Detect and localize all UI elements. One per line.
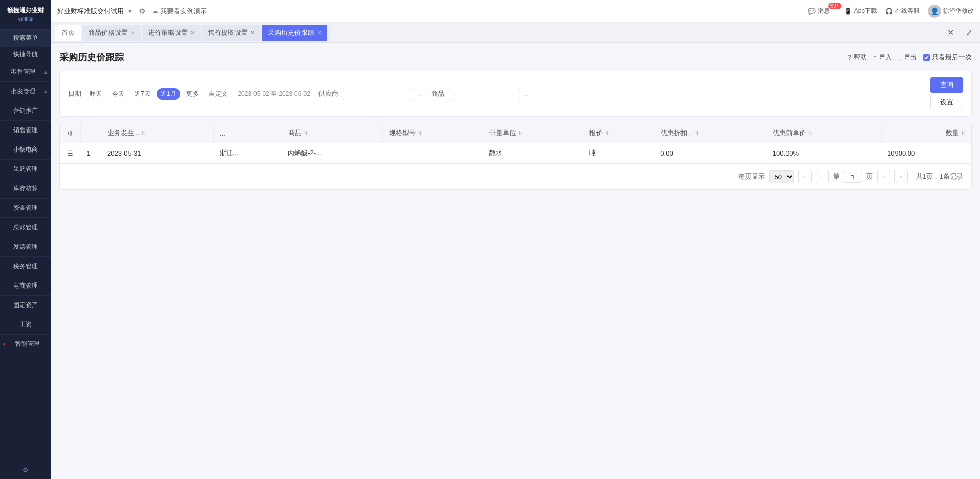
sidebar-item-sales[interactable]: 销售管理 <box>0 121 51 140</box>
th-price[interactable]: 报价 ⇅ <box>583 123 654 143</box>
close-icon[interactable]: × <box>191 29 195 36</box>
goods-input-group: ... <box>449 88 529 100</box>
last-only-label: 只看最后一次 <box>932 53 972 62</box>
th-discount[interactable]: 优惠折扣... ⇅ <box>654 123 766 143</box>
tab-history-price[interactable]: 采购历史价跟踪 × <box>262 25 327 41</box>
help-btn[interactable]: ? 帮助 <box>847 53 867 62</box>
th-more-label: ... <box>220 129 225 137</box>
sidebar-item-retail[interactable]: 零售管理 ▲ <box>0 62 51 82</box>
th-spec[interactable]: 规格型号 ⇅ <box>383 123 483 143</box>
sidebar-item-purchase[interactable]: 采购管理 <box>0 160 51 179</box>
last-page-btn[interactable]: » <box>894 170 908 183</box>
tab-home[interactable]: 首页 <box>55 25 81 41</box>
tab-purchase-strategy[interactable]: 进价策略设置 × <box>142 25 201 41</box>
export-btn[interactable]: ↓ 导出 <box>898 53 917 62</box>
topbar-demo-text: 我要看实例演示 <box>160 7 207 16</box>
prev-page-btn[interactable]: ‹ <box>816 170 829 183</box>
topbar-gear-icon[interactable]: ⚙ <box>139 7 145 16</box>
online-service-btn[interactable]: 🎧 在线客服 <box>885 7 920 15</box>
sidebar-item-tax[interactable]: 税务管理 <box>0 257 51 276</box>
goods-input[interactable] <box>449 88 520 100</box>
sidebar-item-salary[interactable]: 工资 <box>0 315 51 335</box>
table-container: ⚙ 业务发生... ⇅ ... <box>59 123 972 190</box>
last-only-checkbox-label[interactable]: 只看最后一次 <box>923 53 972 62</box>
close-icon[interactable]: × <box>317 29 321 36</box>
avatar: 👤 <box>928 5 941 18</box>
th-goods[interactable]: 商品 ⇅ <box>282 123 382 143</box>
sidebar-item-assets[interactable]: 固定资产 <box>0 296 51 315</box>
sidebar-item-inventory[interactable]: 库存核算 <box>0 179 51 199</box>
tab-purchase-strategy-label: 进价策略设置 <box>148 28 188 37</box>
sidebar-item-ecommerce-small[interactable]: 小畅电商 <box>0 140 51 160</box>
th-date[interactable]: 业务发生... ⇅ <box>101 123 214 143</box>
tab-price-label: 商品价格设置 <box>88 28 128 37</box>
th-unit-label: 计量单位 <box>489 128 516 138</box>
td-spec <box>383 143 483 163</box>
date-today-btn[interactable]: 今天 <box>108 88 129 100</box>
td-index: 1 <box>80 143 101 163</box>
first-page-btn[interactable]: « <box>798 170 812 183</box>
page-label: 页 <box>866 172 873 181</box>
close-window-btn[interactable]: ✕ <box>943 26 957 40</box>
td-discount: 100.00% <box>766 143 881 163</box>
td-settings[interactable]: ☰ <box>60 143 80 163</box>
page-title: 采购历史价跟踪 <box>59 51 124 63</box>
sidebar-item-marketing[interactable]: 营销推广 <box>0 101 51 121</box>
tab-price[interactable]: 商品价格设置 × <box>82 25 141 41</box>
sort-icon: ⇅ <box>695 130 699 136</box>
date-last7-btn[interactable]: 近7天 <box>131 88 155 100</box>
sidebar-logo: 畅捷通好业财 标准版 <box>0 0 51 30</box>
expand-icon[interactable]: ⤢ <box>962 26 976 40</box>
user-profile-btn[interactable]: 👤 徐泽华修改 <box>928 5 974 18</box>
sidebar-item-finance[interactable]: 资金管理 <box>0 199 51 218</box>
topbar-version-text: 好业财标准版交付试用 <box>57 7 124 16</box>
export-label: 导出 <box>904 53 917 62</box>
page-size-label: 每页显示 <box>738 172 765 181</box>
sidebar-item-smart[interactable]: 智能管理 <box>0 335 51 354</box>
th-unit[interactable]: 计量单位 ⇅ <box>483 123 583 143</box>
supplier-input[interactable] <box>343 88 414 100</box>
th-gear[interactable]: ⚙ <box>60 123 80 143</box>
th-more[interactable]: ... <box>214 123 282 143</box>
th-quantity-label: 数量 <box>946 128 959 138</box>
date-custom-btn[interactable]: 自定义 <box>205 88 231 100</box>
sort-icon: ⇅ <box>418 130 422 136</box>
date-more-btn[interactable]: 更多 <box>182 88 203 100</box>
messages-btn[interactable]: 💬 消息 99+ <box>808 7 836 15</box>
sidebar-item-ecommerce[interactable]: 电商管理 <box>0 276 51 296</box>
next-page-btn[interactable]: › <box>877 170 890 183</box>
import-btn[interactable]: ↑ 导入 <box>873 53 892 62</box>
th-goods-label: 商品 <box>288 128 302 138</box>
sidebar-item-ledger[interactable]: 总账管理 <box>0 218 51 237</box>
settings-btn[interactable]: 设置 <box>930 95 963 110</box>
query-btn[interactable]: 查询 <box>930 77 963 93</box>
td-prediscount-price: 10900.00 <box>881 143 971 163</box>
topbar-version-selector[interactable]: 好业财标准版交付试用 ▼ <box>57 7 133 16</box>
sidebar-search[interactable]: 搜索菜单 <box>0 30 51 47</box>
date-last1m-btn[interactable]: 近1月 <box>157 88 181 100</box>
page-size-select[interactable]: 50 <box>769 170 794 183</box>
tab-sale-price[interactable]: 售价提取设置 × <box>202 25 261 41</box>
goods-ellipsis-btn[interactable]: ... <box>523 90 529 98</box>
service-icon: 🎧 <box>885 8 893 15</box>
page-input[interactable] <box>844 171 862 183</box>
sidebar-item-invoice[interactable]: 发票管理 <box>0 237 51 257</box>
app-download-btn[interactable]: 📱 App下载 <box>844 7 877 15</box>
sidebar-quicknav[interactable]: 快捷导航 <box>0 47 51 62</box>
app-label: App下载 <box>854 7 877 15</box>
th-prediscount-price[interactable]: 优惠前单价 ⇅ <box>766 123 881 143</box>
page-header: 采购历史价跟踪 ? 帮助 ↑ 导入 ↓ 导出 只看最后一次 <box>59 51 972 63</box>
date-yesterday-btn[interactable]: 昨天 <box>86 88 106 100</box>
sidebar-item-wholesale[interactable]: 批发管理 ▲ <box>0 82 51 101</box>
sort-icon: ⇅ <box>518 130 522 136</box>
sidebar-settings-btn[interactable]: ⚙ <box>0 461 51 479</box>
last-only-checkbox[interactable] <box>923 54 930 61</box>
th-discount-label: 优惠折扣... <box>661 128 693 138</box>
supplier-ellipsis-btn[interactable]: ... <box>417 90 423 98</box>
sort-icon: ⇅ <box>141 130 145 136</box>
td-unit: 散水 <box>483 143 583 163</box>
th-quantity[interactable]: 数量 ⇅ <box>881 123 971 143</box>
close-icon[interactable]: × <box>251 29 254 36</box>
close-icon[interactable]: × <box>131 29 135 36</box>
topbar-demo-btn[interactable]: ☁ 我要看实例演示 <box>152 7 207 16</box>
